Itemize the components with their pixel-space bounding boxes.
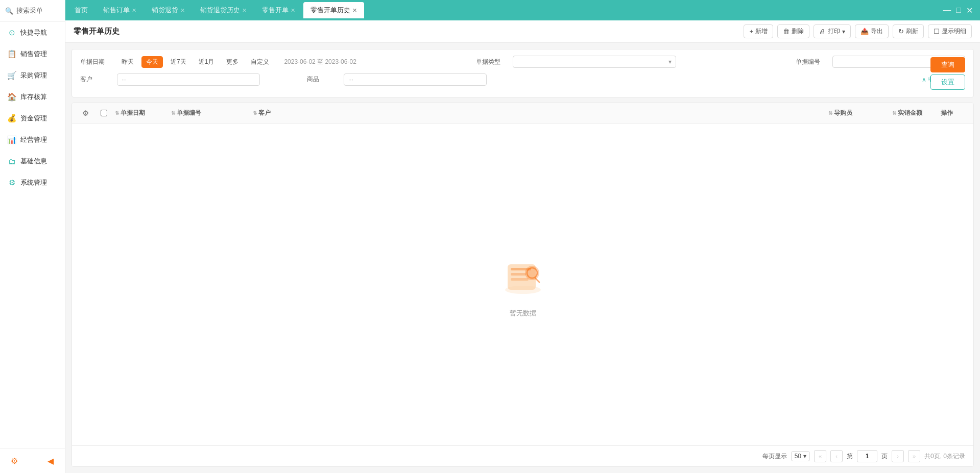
sidebar-label-inventory: 库存核算 — [20, 92, 47, 102]
tab-close-sales-return-history[interactable]: ✕ — [242, 7, 247, 14]
col-customer: ⇅ 客户 — [249, 109, 824, 117]
tab-retail-open[interactable]: 零售开单 ✕ — [255, 2, 302, 18]
sidebar-icon-operations: 📊 — [7, 135, 16, 144]
sidebar-item-basic[interactable]: 🗂基础信息 — [0, 151, 65, 172]
sort-icon-guide[interactable]: ⇅ — [828, 110, 832, 116]
tab-close-retail-open[interactable]: ✕ — [291, 7, 295, 14]
settings-button[interactable]: 设置 — [930, 74, 965, 90]
tab-sales-return[interactable]: 销货退货 ✕ — [145, 2, 192, 18]
sidebar-icon-system: ⚙ — [7, 178, 16, 187]
sidebar-item-finance[interactable]: 💰资金管理 — [0, 108, 65, 129]
collapse-sidebar-icon[interactable]: ◀ — [43, 454, 58, 468]
col-action-label: 操作 — [941, 109, 953, 117]
chevron-down-icon-page: ▾ — [803, 453, 806, 460]
date-btn-last7[interactable]: 近7天 — [166, 56, 191, 68]
sidebar-search[interactable]: 🔍 搜索采单 — [0, 0, 65, 22]
goods-label: 商品 — [307, 75, 336, 84]
empty-state: 暂无数据 — [497, 252, 548, 318]
tab-close-retail-history[interactable]: ✕ — [352, 7, 357, 14]
date-btn-yesterday[interactable]: 昨天 — [117, 56, 138, 68]
next-page-button[interactable]: › — [892, 450, 904, 462]
tab-sales-order[interactable]: 销售订单 ✕ — [96, 2, 144, 18]
sidebar-icon-purchase: 🛒 — [7, 71, 16, 80]
empty-illustration — [497, 252, 548, 303]
sidebar-footer: ⚙ ◀ — [0, 448, 65, 473]
first-page-button[interactable]: « — [814, 450, 826, 462]
sidebar-item-operations[interactable]: 📊经营管理 — [0, 129, 65, 151]
last-page-button[interactable]: » — [908, 450, 920, 462]
sort-icon-date[interactable]: ⇅ — [115, 110, 119, 116]
customer-label: 客户 — [80, 75, 109, 84]
select-all-checkbox[interactable] — [97, 110, 111, 116]
col-guide-label: 导购员 — [834, 109, 852, 117]
checkbox-all[interactable] — [101, 110, 107, 116]
refresh-icon: ↻ — [898, 28, 904, 35]
order-no-label: 单据编号 — [796, 58, 824, 66]
print-label: 打印 — [828, 27, 840, 36]
page-title: 零售开单历史 — [74, 27, 739, 36]
goods-placeholder: ··· — [348, 76, 353, 83]
sidebar-icon-sales: 📋 — [7, 49, 16, 59]
date-btn-last_month[interactable]: 近1月 — [194, 56, 219, 68]
sidebar-item-purchase[interactable]: 🛒采购管理 — [0, 65, 65, 86]
page-suffix: 页 — [881, 452, 888, 461]
col-customer-label: 客户 — [258, 109, 271, 117]
refresh-label: 刷新 — [906, 27, 918, 36]
per-page-label: 每页显示 — [762, 452, 787, 461]
query-button[interactable]: 查询 — [930, 57, 965, 72]
tab-retail-history[interactable]: 零售开单历史 ✕ — [303, 2, 364, 18]
column-settings-icon[interactable]: ⚙ — [78, 109, 97, 117]
total-info: 共0页, 0条记录 — [924, 452, 965, 461]
export-button[interactable]: 📤导出 — [855, 24, 889, 38]
sort-icon-order[interactable]: ⇅ — [171, 110, 175, 116]
print-button[interactable]: 🖨打印▾ — [814, 24, 851, 38]
date-range-text: 2023-06-02 至 2023-06-02 — [284, 58, 356, 66]
sidebar-item-inventory[interactable]: 🏠库存核算 — [0, 86, 65, 108]
date-btn-today[interactable]: 今天 — [141, 56, 163, 68]
sidebar-item-quick-nav[interactable]: ⊙快捷导航 — [0, 22, 65, 43]
delete-button[interactable]: 🗑删除 — [777, 24, 809, 38]
sidebar-item-sales[interactable]: 📋销售管理 — [0, 43, 65, 65]
display-detail-button[interactable]: ☐显示明细 — [928, 24, 972, 38]
query-label: 查询 — [941, 60, 954, 69]
sidebar-icon-quick-nav: ⊙ — [7, 28, 16, 37]
order-no-field[interactable] — [837, 58, 919, 65]
print-arrow-icon: ▾ — [842, 28, 845, 35]
date-btn-custom[interactable]: 自定义 — [246, 56, 274, 68]
sidebar-icon-finance: 💰 — [7, 114, 16, 123]
svg-rect-4 — [511, 278, 529, 281]
close-window-button[interactable]: ✕ — [966, 6, 973, 15]
per-page-select[interactable]: 50 ▾ — [791, 451, 810, 461]
goods-input[interactable]: ··· — [344, 73, 487, 86]
col-guide: ⇅ 导购员 — [824, 109, 875, 117]
tab-home[interactable]: 首页 — [67, 2, 95, 18]
customer-input[interactable]: ··· — [117, 73, 260, 86]
tab-close-sales-order[interactable]: ✕ — [132, 7, 136, 14]
delete-label: 删除 — [792, 27, 804, 36]
tabs-bar: 首页销售订单 ✕销货退货 ✕销货退货历史 ✕零售开单 ✕零售开单历史 ✕ — □… — [65, 0, 980, 20]
sidebar-label-finance: 资金管理 — [20, 114, 47, 123]
sidebar-icon-inventory: 🏠 — [7, 92, 16, 102]
tab-label-sales-return-history: 销货退货历史 — [200, 6, 240, 15]
sidebar-item-system[interactable]: ⚙系统管理 — [0, 172, 65, 193]
minimize-button[interactable]: — — [943, 6, 951, 15]
display-detail-icon: ☐ — [934, 28, 940, 35]
settings-icon[interactable]: ⚙ — [7, 454, 21, 468]
prev-page-button[interactable]: ‹ — [830, 450, 843, 462]
col-date: ⇅ 单据日期 — [111, 109, 167, 117]
add-label: 新增 — [755, 27, 768, 36]
table-body: 暂无数据 — [72, 123, 973, 445]
display-detail-label: 显示明细 — [942, 27, 966, 36]
chevron-down-icon: ▾ — [668, 58, 672, 65]
maximize-button[interactable]: □ — [956, 6, 961, 15]
date-btn-more[interactable]: 更多 — [222, 56, 243, 68]
sort-icon-customer[interactable]: ⇅ — [253, 110, 257, 116]
tab-sales-return-history[interactable]: 销货退货历史 ✕ — [193, 2, 254, 18]
sort-icon-amount[interactable]: ⇅ — [892, 110, 896, 116]
tab-close-sales-return[interactable]: ✕ — [180, 7, 185, 14]
refresh-button[interactable]: ↻刷新 — [893, 24, 924, 38]
order-type-select[interactable]: ▾ — [513, 56, 676, 68]
main-area: 首页销售订单 ✕销货退货 ✕销货退货历史 ✕零售开单 ✕零售开单历史 ✕ — □… — [65, 0, 980, 473]
add-button[interactable]: +新增 — [744, 24, 773, 38]
current-page-input[interactable] — [857, 450, 877, 462]
